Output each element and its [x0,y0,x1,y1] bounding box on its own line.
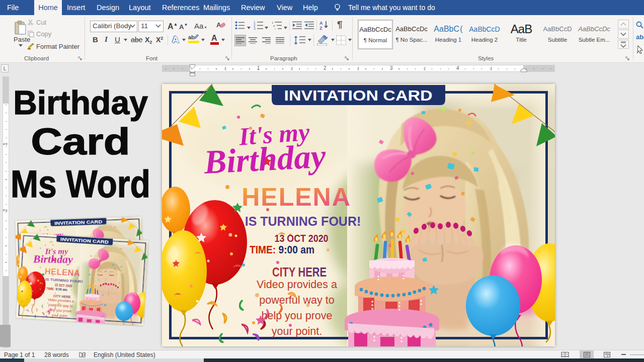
svg-text:A: A [319,21,323,26]
svg-text:Z: Z [319,26,323,30]
svg-text:i: i [275,27,275,30]
svg-text:3: 3 [254,27,256,30]
